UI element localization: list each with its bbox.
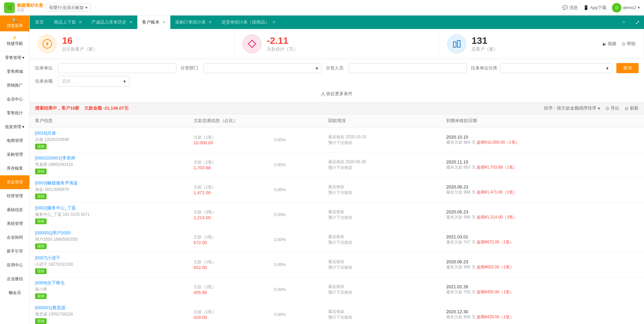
filter-dept-select[interactable]: ▾ — [203, 63, 322, 73]
phone-icon: 📱 — [583, 5, 589, 10]
due-date: 2020.06.23 — [446, 259, 639, 264]
filter-balance-select[interactable]: 选择... ▾ — [58, 76, 130, 87]
video-btn[interactable]: ▶ 视频 — [603, 41, 616, 47]
sidebar-item-system[interactable]: 系统管理 — [0, 217, 29, 231]
debt-label: 欠款（1笔） — [194, 284, 263, 290]
tab-product-listing[interactable]: 商品上下架 ✕ — [49, 16, 87, 29]
export-btn[interactable]: ⊙ 导出 — [606, 105, 619, 111]
sidebar-item-retail-store[interactable]: 零售商城 — [0, 65, 29, 79]
filter-unit-input[interactable]: ... — [58, 63, 176, 73]
svg-marker-2 — [248, 40, 256, 48]
sidebar-item-operations[interactable]: 经营管理 — [0, 189, 29, 203]
tab-product-history[interactable]: 产成品入库单历史 ✕ — [87, 16, 137, 29]
overdue-amount-link[interactable]: 超期¥429.00（1笔） — [477, 315, 514, 319]
sidebar-item-retail-mgmt[interactable]: 零售管理 ▾ — [0, 51, 29, 65]
app-download-btn[interactable]: 📱 App下载 — [583, 5, 607, 11]
sidebar-item-appstore[interactable]: 应用中心 — [0, 258, 29, 272]
tab-label: 进货单统计表（按商品） — [221, 19, 270, 25]
overdue-amount-link[interactable]: 超期¥1,214.00（3笔） — [477, 215, 517, 219]
overdue-amount-link[interactable]: 超期¥652.00（1笔） — [477, 265, 514, 269]
customer-info-cell: [000002]用户2050 用户2050 18665062050 现销 — [30, 227, 188, 252]
filter-category: 往来单位分类 ▾ — [471, 63, 612, 73]
tab-maximize-btn[interactable]: ⤢ — [631, 16, 644, 29]
header-left: 🌿 畅捷通好生意 示范 母婴行业演示账套 ▾ — [4, 2, 91, 13]
sidebar-item-purchase[interactable]: 采购管理 — [0, 148, 29, 161]
tab-customer-ledger[interactable]: 客户账本 ✕ — [137, 16, 170, 29]
tab-purchase-stats[interactable]: 进货单统计表（按商品） ✕ — [217, 16, 280, 29]
sidebar-item-finance[interactable]: 资金管理 — [0, 175, 29, 189]
debt-amount[interactable]: 455.90 — [194, 290, 263, 295]
video-label: 视频 — [608, 41, 616, 47]
due-date-cell: 2021.03.01 最长欠款 747 天 超期¥672.00（1笔） — [441, 227, 644, 252]
filter-category-select[interactable]: ▾ — [500, 63, 612, 73]
sidebar-item-member[interactable]: 会员中心 — [0, 92, 29, 106]
sidebar-item-label: 营销推广 — [7, 83, 23, 88]
debt-amount[interactable]: 1,703.68 — [194, 165, 263, 170]
table-row: [0006]去下粮仓 陈小希 现销 欠款（1笔） 455.90 0.00% 最近… — [30, 277, 644, 302]
overdue-days: 最长欠款 998 天 超期¥1,471.00（1笔） — [446, 189, 639, 195]
message-btn[interactable]: 💬 消息 — [562, 5, 578, 11]
help-icon: ⊙ — [622, 41, 625, 47]
customer-name-link[interactable]: [000001]黄思源 — [35, 305, 65, 310]
sidebar-item-label: 基础信息 — [7, 207, 23, 213]
tab-home[interactable]: 首页 — [30, 16, 49, 29]
app-download-label: App下载 — [590, 5, 607, 11]
customer-name-link[interactable]: [0002]服务中心_丁磊 — [35, 205, 76, 210]
help-btn[interactable]: ⊙ 帮助 — [622, 41, 636, 47]
tab-label: 商品上下架 — [54, 19, 76, 25]
overdue-amount-link[interactable]: 超期¥10,000.00（1笔） — [477, 140, 520, 145]
sort-selector[interactable]: 排序：按欠款金额倒序排序 ▾ — [544, 105, 600, 111]
company-selector[interactable]: 母婴行业演示账套 ▾ — [46, 4, 91, 12]
sidebar-item-enterprise[interactable]: 企业协同 — [0, 231, 29, 244]
sidebar-item-marketing[interactable]: 营销推广 — [0, 79, 29, 92]
close-icon[interactable]: ✕ — [79, 20, 82, 25]
sidebar-item-member-plus[interactable]: 畅会员 — [0, 286, 29, 300]
customer-name-link[interactable]: [0001020001]李老师 — [35, 155, 75, 160]
sidebar-item-weixin[interactable]: 企业微信 — [0, 272, 29, 286]
customer-name-link[interactable]: [0007]小进干 — [35, 255, 60, 260]
filter-person-input[interactable]: ... — [349, 63, 467, 73]
customer-info-cell: [0001020001]李老师 李老师 18600391516 现销 — [30, 152, 188, 177]
overdue-amount-link[interactable]: 超期¥672.00（1笔） — [477, 240, 514, 244]
overdue-amount-link[interactable]: 超期¥455.90（1笔） — [477, 290, 514, 294]
user-menu[interactable]: D demo2 ▾ — [612, 3, 640, 12]
debt-amount[interactable]: 672.00 — [194, 240, 263, 245]
customer-name-link[interactable]: [000002]用户2050 — [35, 230, 71, 235]
debt-amount[interactable]: 652.00 — [194, 265, 263, 270]
debt-amount[interactable]: 10,000.00 — [194, 140, 263, 145]
next-payment: 预计下次收款 — [328, 140, 436, 146]
latest-payment: 最近收款 — [328, 234, 436, 240]
close-icon[interactable]: ✕ — [129, 20, 133, 25]
sidebar-item-ecommerce[interactable]: 电商管理 — [0, 134, 29, 148]
customer-name-link[interactable]: [0016]吕俊 — [35, 130, 56, 136]
customer-info-cell: [0007]小进干 小进干 18279152100 现销 — [30, 252, 188, 277]
close-icon[interactable]: ✕ — [208, 20, 212, 25]
sidebar-item-wholesale[interactable]: 批发管理 ▾ — [0, 120, 29, 134]
debt-amount[interactable]: 1,214.00 — [194, 215, 263, 220]
debt-amount[interactable]: 1,471.00 — [194, 190, 263, 195]
customer-name-link[interactable]: [0003]畅捷服务尹海蓝 — [35, 180, 78, 185]
collapse-btn[interactable]: ⋀ 收起更多条件 — [35, 89, 639, 98]
close-icon[interactable]: ✕ — [162, 20, 166, 25]
sidebar-item-guide[interactable]: 新手引导 — [0, 244, 29, 258]
customer-name-link[interactable]: [0006]去下粮仓 — [35, 280, 65, 285]
tab-purchase-order[interactable]: 采购订单统计表 ✕ — [170, 16, 217, 29]
overdue-days: 最长欠款 998 天 超期¥652.00（1笔） — [446, 264, 639, 270]
sidebar-item-retail-stats[interactable]: 零售统计 — [0, 106, 29, 120]
sidebar-item-inventory[interactable]: 库存核算 — [0, 161, 29, 175]
next-payment: 预计下次收款 — [328, 315, 436, 320]
customer-contact: 服务中心_丁磊 181 0125 8371 — [35, 212, 183, 217]
debt-ratio-cell: 0.00% — [269, 177, 323, 202]
overdue-amount-link[interactable]: 超期¥1,703.68（1笔） — [477, 165, 517, 170]
sidebar-item-quick-nav[interactable]: ⚡ 快捷导航 — [0, 31, 29, 51]
tab-minimize-btn[interactable]: − — [617, 16, 631, 29]
overdue-amount-link[interactable]: 超期¥1,471.00（1笔） — [477, 190, 517, 195]
sidebar-search[interactable]: 🔍 搜索菜单 — [0, 16, 29, 31]
debt-amount[interactable]: 429.00 — [194, 315, 263, 320]
refresh-btn[interactable]: ⊙ 刷新 — [625, 105, 639, 111]
search-button[interactable]: 查询 — [616, 63, 639, 73]
customer-info-cell: [0002]服务中心_丁磊 服务中心_丁磊 181 0125 8371 现销 — [30, 202, 188, 227]
close-icon[interactable]: ✕ — [272, 20, 276, 25]
sidebar-item-basic-info[interactable]: 基础信息 — [0, 203, 29, 217]
filter-row-2: 往来余额 选择... ▾ — [35, 76, 639, 87]
